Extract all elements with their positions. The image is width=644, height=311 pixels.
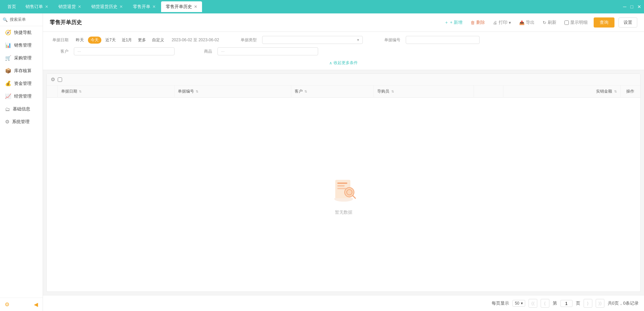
date-opt-7days[interactable]: 近7天 xyxy=(103,37,118,44)
delete-label: 删除 xyxy=(476,19,485,25)
tab-retail-open-label: 零售开单 xyxy=(133,4,150,10)
tab-sales-return[interactable]: 销货退货 ✕ xyxy=(54,1,86,12)
query-button[interactable]: 查询 xyxy=(594,17,614,28)
settings-gear-icon[interactable]: ⚙ xyxy=(5,301,9,308)
per-page-select[interactable]: 50 ▾ xyxy=(512,300,525,307)
print-icon: 🖨 xyxy=(493,20,497,25)
maximize-icon[interactable]: □ xyxy=(631,4,633,9)
page-label-post: 页 xyxy=(576,300,580,306)
sidebar-item-sales-mgmt[interactable]: 📊 销售管理 xyxy=(0,39,43,52)
tab-home-label: 首页 xyxy=(7,4,16,10)
tab-home[interactable]: 首页 xyxy=(3,1,21,12)
sidebar-item-operation[interactable]: 📈 经营管理 xyxy=(0,90,43,103)
tab-sales-order-label: 销售订单 xyxy=(26,4,43,10)
sidebar-item-finance-label: 资金管理 xyxy=(14,81,32,87)
customer-input[interactable]: ··· xyxy=(74,47,175,55)
table-select-all-checkbox[interactable] xyxy=(58,77,62,82)
display-cols-checkbox[interactable] xyxy=(564,20,569,25)
per-page-label: 每页显示 xyxy=(492,300,509,306)
table-area: ⚙ 单据日期 ⇅ 单据编号 ⇅ xyxy=(46,73,641,292)
display-cols-label: 显示明细 xyxy=(570,19,588,25)
print-label: 打印 xyxy=(499,19,507,25)
refresh-button[interactable]: ↻ 刷新 xyxy=(541,18,558,27)
table-settings-toolbar: ⚙ xyxy=(47,74,640,86)
number-input-field[interactable] xyxy=(409,38,476,42)
tab-sales-return-history-close[interactable]: ✕ xyxy=(119,4,123,9)
page-last-button[interactable]: ⟩⟩ xyxy=(596,299,604,308)
page-first-button[interactable]: ⟨⟨ xyxy=(529,299,537,308)
filter-area: 单据日期 昨天 今天 近7天 近1月 更多 自定义 2023-06-02 至 2… xyxy=(43,32,644,70)
sidebar-item-quick-nav[interactable]: 🧭 快捷导航 xyxy=(0,26,43,39)
display-cols-button[interactable]: 显示明细 xyxy=(562,18,590,27)
minimize-icon[interactable]: ─ xyxy=(623,4,627,9)
window-controls: ─ □ ✕ xyxy=(623,4,641,9)
goods-input[interactable]: ··· xyxy=(217,47,318,55)
tab-retail-open[interactable]: 零售开单 ✕ xyxy=(128,1,160,12)
tab-retail-open-history[interactable]: 零售开单历史 ✕ xyxy=(161,1,202,12)
sidebar-collapse-icon[interactable]: ◀ xyxy=(34,301,38,308)
basic-info-icon: 🗂 xyxy=(5,106,10,112)
sidebar-item-inventory[interactable]: 📦 库存核算 xyxy=(0,64,43,77)
type-select-arrow: ▾ xyxy=(357,38,359,42)
date-options: 昨天 今天 近7天 近1月 更多 自定义 xyxy=(74,37,166,44)
page-label-pre: 第 xyxy=(553,300,557,306)
tab-retail-open-history-close[interactable]: ✕ xyxy=(194,4,197,9)
page-input[interactable] xyxy=(560,300,573,307)
sidebar-search[interactable]: 🔍 搜索采单 xyxy=(0,13,43,26)
quick-nav-icon: 🧭 xyxy=(5,30,11,36)
date-opt-yesterday[interactable]: 昨天 xyxy=(74,37,86,44)
per-page-arrow: ▾ xyxy=(521,301,523,306)
sidebar-item-basic-info-label: 基础信息 xyxy=(13,106,30,112)
date-opt-today[interactable]: 今天 xyxy=(88,37,101,44)
export-button[interactable]: 📤 导出 xyxy=(517,18,537,27)
col-header-amount[interactable]: 实销金额 ⇅ xyxy=(503,86,620,98)
content-area: 零售开单历史 ＋ + 新增 🗑 删除 🖨 打印 ▾ 📤 导出 xyxy=(43,13,644,311)
number-input[interactable] xyxy=(406,36,480,44)
sidebar-item-inventory-label: 库存核算 xyxy=(14,68,32,74)
tab-sales-order[interactable]: 销售订单 ✕ xyxy=(21,1,53,12)
filter-collapse-button[interactable]: ∧ 收起更多条件 xyxy=(50,59,637,67)
customer-placeholder: ··· xyxy=(78,49,81,54)
col-header-checkbox xyxy=(47,86,57,98)
filter-row-1: 单据日期 昨天 今天 近7天 近1月 更多 自定义 2023-06-02 至 2… xyxy=(50,36,637,44)
date-opt-1month[interactable]: 近1月 xyxy=(120,37,134,44)
page-prev-button[interactable]: ⟨ xyxy=(541,299,549,308)
top-tab-bar: 首页 销售订单 ✕ 销货退货 ✕ 销货退货历史 ✕ 零售开单 ✕ 零售开单历史 … xyxy=(0,0,644,13)
page-next-button[interactable]: ⟩ xyxy=(584,299,592,308)
sidebar-item-system-label: 系统管理 xyxy=(12,119,30,125)
date-opt-more[interactable]: 更多 xyxy=(136,37,148,44)
table-settings-icon[interactable]: ⚙ xyxy=(51,76,55,83)
sidebar-item-purchase-mgmt[interactable]: 🛒 采购管理 xyxy=(0,52,43,64)
search-icon: 🔍 xyxy=(3,17,8,22)
col-header-customer[interactable]: 客户 ⇅ xyxy=(291,86,374,98)
date-opt-custom[interactable]: 自定义 xyxy=(150,37,166,44)
type-select[interactable]: ▾ xyxy=(262,36,363,44)
sidebar-item-system[interactable]: ⚙ 系统管理 xyxy=(0,115,43,128)
delete-button[interactable]: 🗑 删除 xyxy=(468,18,487,27)
empty-state: 暂无数据 xyxy=(47,98,640,292)
refresh-label: 刷新 xyxy=(548,19,556,25)
date-sort-icon: ⇅ xyxy=(79,90,82,93)
sidebar-item-basic-info[interactable]: 🗂 基础信息 xyxy=(0,103,43,115)
print-button[interactable]: 🖨 打印 ▾ xyxy=(491,18,513,27)
type-filter-label: 单据类型 xyxy=(238,37,257,43)
close-icon[interactable]: ✕ xyxy=(637,4,641,9)
filter-row-2: 客户 ··· 商品 ··· xyxy=(50,47,637,55)
col-header-action: 操作 xyxy=(620,86,640,98)
sidebar-search-label: 搜索采单 xyxy=(10,17,26,22)
sales-mgmt-icon: 📊 xyxy=(5,42,11,48)
tab-retail-open-close[interactable]: ✕ xyxy=(152,4,156,9)
sidebar-item-finance[interactable]: 💰 资金管理 xyxy=(0,77,43,90)
collapse-label: 收起更多条件 xyxy=(334,60,358,66)
tab-sales-return-history-label: 销货退货历史 xyxy=(91,4,117,10)
tab-sales-return-history[interactable]: 销货退货历史 ✕ xyxy=(87,1,128,12)
tab-sales-order-close[interactable]: ✕ xyxy=(45,4,48,9)
tab-sales-return-close[interactable]: ✕ xyxy=(78,4,81,9)
svg-rect-4 xyxy=(337,188,346,189)
setting-button[interactable]: 设置 xyxy=(618,17,637,28)
add-button[interactable]: ＋ + 新增 xyxy=(442,18,464,27)
col-header-number[interactable]: 单据编号 ⇅ xyxy=(174,86,291,98)
col-header-date[interactable]: 单据日期 ⇅ xyxy=(57,86,174,98)
number-filter-label: 单据编号 xyxy=(382,37,400,43)
col-header-salesperson[interactable]: 导购员 ⇅ xyxy=(374,86,474,98)
